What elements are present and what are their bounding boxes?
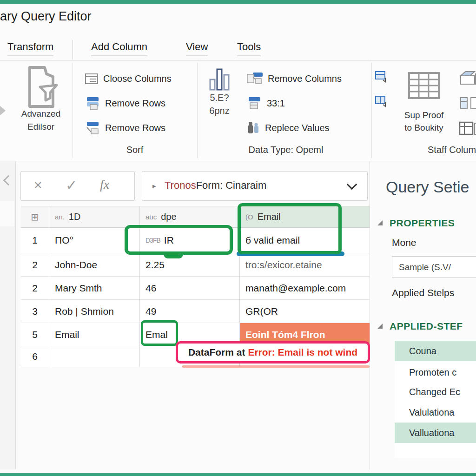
title-bar-accent <box>0 0 476 4</box>
tab-view[interactable]: View <box>186 41 208 56</box>
statistics-text-2: 6pnz <box>201 106 238 116</box>
remove-columns-label: Remove Columns <box>268 73 342 84</box>
cancel-icon[interactable]: × <box>34 177 42 193</box>
cell-id[interactable]: Email <box>49 323 140 346</box>
group-by-table-button[interactable] <box>407 71 441 100</box>
remove-rows-button[interactable]: Remove Rows <box>85 96 165 111</box>
duplicate-column-icon[interactable] <box>374 95 388 108</box>
tab-transform[interactable]: Transform <box>7 41 53 56</box>
annotation-green-box-tail <box>164 251 183 258</box>
row-number[interactable]: 2 <box>21 253 49 277</box>
ribbon: Advanzed Edilsor Cloose Columns Remove R… <box>0 60 476 161</box>
error-callout-message: Error: Email is not wind <box>248 347 357 358</box>
formula-text-red: Tronos <box>165 179 196 191</box>
remove-rows-icon <box>85 121 100 135</box>
row-number[interactable]: 2 <box>21 277 49 300</box>
cell-email[interactable]: GR(OR <box>240 300 370 323</box>
applied-steps-header[interactable]: APPLIED-STEF <box>390 321 463 332</box>
remove-columns-icon <box>246 72 263 86</box>
advanced-editor-icon <box>23 66 60 108</box>
extract-column-icon[interactable] <box>458 70 476 86</box>
choose-columns-icon <box>85 73 99 85</box>
table-grid-icon <box>407 71 441 100</box>
cell-email[interactable]: manath@example.com <box>240 277 370 300</box>
transform-group-label: Sorf <box>77 145 193 155</box>
window-title: ary Query Editor <box>0 9 92 24</box>
applied-steps-list: Couna Promoten c Changed Ec Valulationa … <box>395 341 476 458</box>
table-row: 2 Mary Smth 46 manath@example.com <box>21 277 370 300</box>
column-header-id-label: 1D <box>69 212 81 222</box>
tab-add-column[interactable]: Add Column <box>91 41 147 56</box>
split-ratio-label: 33:1 <box>267 98 285 109</box>
split-ratio-icon <box>246 96 262 110</box>
advanced-editor-label-2: Edilsor <box>8 120 73 133</box>
cell-id[interactable]: Rob | Shmion <box>49 300 140 323</box>
column-header-dpe[interactable]: aücdpe <box>140 206 240 228</box>
group-by-caption-1: Sup Proof <box>396 110 452 120</box>
table-icon: ⊞ <box>31 212 39 223</box>
advanced-editor-button[interactable] <box>23 66 60 108</box>
column-header-dpe-label: dpe <box>161 212 176 222</box>
cell-id[interactable]: Mary Smth <box>49 277 140 300</box>
text-type-icon: aüc <box>145 213 157 221</box>
select-all-header[interactable]: ⊞ <box>21 206 49 228</box>
remove-rows-2-button[interactable]: Remove Rows <box>85 120 165 135</box>
annotation-green-box-dpe <box>125 225 233 255</box>
annotation-green-box-email <box>238 203 342 254</box>
panel-divider <box>370 161 370 469</box>
advanced-editor-label-1: Advanzed <box>8 107 73 120</box>
cell-id[interactable]: John-Doe <box>49 253 140 277</box>
choose-columns-label: Cloose Columns <box>103 73 172 84</box>
formula-input[interactable]: ▸ TronosForm: Cinaraim <box>142 171 368 201</box>
replace-values-icon <box>246 120 260 135</box>
tab-tools[interactable]: Tools <box>237 41 261 56</box>
statistics-icon <box>208 66 232 93</box>
split-ratio-button[interactable]: 33:1 <box>246 96 285 111</box>
properties-header[interactable]: PROPERTIES <box>390 218 455 229</box>
fx-icon[interactable]: fx <box>100 177 109 192</box>
step-item[interactable]: Changed Ec <box>395 382 476 402</box>
ribbon-divider <box>371 63 372 158</box>
statistics-text-1: 5.E? <box>201 93 238 103</box>
error-callout-prefix: DataForm at <box>188 347 245 358</box>
annotation-orange-underline <box>182 365 370 368</box>
remove-rows-label: Remove Rows <box>105 98 165 109</box>
staff-group-label: Staff Colum <box>428 145 476 155</box>
row-number[interactable]: 1 <box>21 228 49 253</box>
remove-rows-2-label: Remove Rows <box>105 123 165 133</box>
row-number[interactable]: 5 <box>21 323 49 346</box>
chevron-down-icon[interactable] <box>347 179 357 190</box>
step-item[interactable]: Couna <box>395 341 476 361</box>
step-item[interactable]: Valluationa <box>395 423 476 443</box>
error-callout: DataForm at Error: Email is not wind <box>176 341 370 364</box>
collapse-triangle-icon[interactable] <box>377 324 383 329</box>
commit-icon[interactable]: ✓ <box>66 177 77 193</box>
step-item[interactable]: Valulationa <box>395 402 476 423</box>
table-row: 2 John-Doe 2.25 tro:s/exicor.etaine <box>21 253 370 277</box>
choose-columns-button[interactable]: Cloose Columns <box>85 71 172 86</box>
cell-id[interactable] <box>49 346 140 367</box>
formula-text: TronosForm: Cinaraim <box>165 179 266 192</box>
remove-columns-button[interactable]: Remove Columns <box>246 71 342 86</box>
replace-values-button[interactable]: Replece Values <box>246 120 330 135</box>
chevron-right-icon <box>0 105 6 116</box>
step-item[interactable]: Promoten c <box>395 362 476 383</box>
table-row: 3 Rob | Shmion 49 GR(OR <box>21 300 370 323</box>
name-label: Mone <box>392 237 416 248</box>
format-column-icon[interactable] <box>458 120 476 136</box>
column-header-id[interactable]: an.1D <box>49 206 140 228</box>
cell-dpe[interactable]: 46 <box>140 277 240 300</box>
cell-dpe[interactable]: 49 <box>140 300 240 323</box>
formula-text-rest: Form: Cinaraim <box>196 179 267 191</box>
row-number[interactable]: 6 <box>21 346 49 367</box>
collapse-triangle-icon[interactable] <box>377 220 383 225</box>
expand-formula-icon[interactable]: ▸ <box>152 182 156 190</box>
query-name-input[interactable]: Sample (S.V/ <box>392 256 476 278</box>
index-column-icon[interactable] <box>374 70 388 83</box>
cell-dpe[interactable]: 2.25 <box>140 253 240 277</box>
queries-pane-tab[interactable] <box>0 201 14 226</box>
merge-column-icon[interactable] <box>458 95 476 111</box>
cell-email[interactable]: tro:s/exicor.etaine <box>240 253 370 277</box>
formula-buttons-box: × ✓ fx <box>20 171 135 201</box>
row-number[interactable]: 3 <box>21 300 49 323</box>
